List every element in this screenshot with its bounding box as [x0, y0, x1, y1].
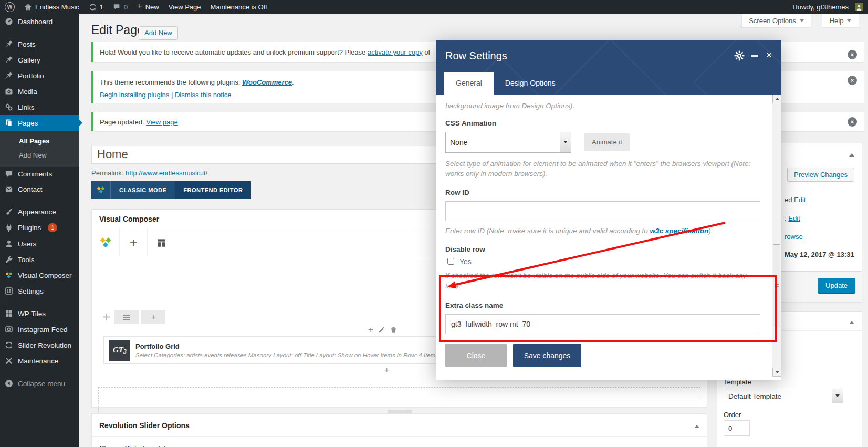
scrollbar-thumb[interactable] [773, 244, 780, 327]
dismiss-notice-icon[interactable]: × [848, 76, 857, 85]
sidebar-item-dashboard[interactable]: Dashboard [0, 14, 79, 29]
close-icon[interactable]: × [766, 49, 772, 61]
dismiss-notice-icon[interactable]: × [848, 50, 857, 59]
sidebar-item-visual-composer[interactable]: Visual Composer [0, 267, 79, 283]
sidebar-item-wp-tiles[interactable]: WP Tiles [0, 306, 79, 321]
sidebar-item-instagram-feed[interactable]: Instagram Feed [0, 321, 79, 337]
frontend-editor-button[interactable]: FRONTEND EDITOR [175, 181, 251, 199]
new-content-menu[interactable]: + New [132, 0, 163, 14]
order-input[interactable] [724, 420, 750, 436]
help-tab[interactable]: Help [822, 14, 859, 28]
rso-header[interactable]: Revolution Slider Options [92, 414, 707, 437]
template-select[interactable]: Default Template [724, 389, 843, 403]
maintenance-status-link[interactable]: Maintenance is Off [206, 0, 272, 14]
tab-general[interactable]: General [444, 72, 494, 95]
sidebar-item-label: Pages [18, 119, 38, 127]
add-new-button[interactable]: Add New [139, 26, 178, 40]
modal-body: background image from Design Options). C… [436, 95, 781, 336]
sidebar-item-users[interactable]: Users [0, 236, 79, 252]
extra-class-input[interactable] [445, 314, 760, 334]
dismiss-this-notice-link[interactable]: Dismiss this notice [175, 91, 232, 99]
drag-handle-icon[interactable] [102, 313, 110, 321]
activate-your-copy-link[interactable]: activate your copy [368, 48, 423, 56]
sidebar-item-slider-revolution[interactable]: Slider Revolution [0, 337, 79, 353]
browse-revisions-link[interactable]: rowse [785, 233, 803, 241]
collapse-panel-icon[interactable] [849, 318, 854, 324]
sidebar-item-tools[interactable]: Tools [0, 252, 79, 267]
tab-design-options[interactable]: Design Options [494, 72, 567, 95]
submenu-add-new[interactable]: Add New [0, 148, 79, 162]
notice-text: Page updated. View page [100, 118, 178, 126]
close-button[interactable]: Close [445, 344, 507, 367]
sidebar-item-label: Media [18, 88, 37, 96]
sidebar-item-contact[interactable]: Contact [0, 182, 79, 197]
view-page-link[interactable]: View page [146, 118, 177, 126]
vc-logo-button[interactable] [92, 228, 120, 257]
comments-link[interactable]: 0 [108, 0, 132, 14]
save-changes-button[interactable]: Save changes [513, 344, 581, 367]
sidebar-item-comments[interactable]: Comments [0, 167, 79, 182]
update-count: 1 [100, 3, 103, 11]
view-page-link[interactable]: View Page [164, 0, 206, 14]
sidebar-item-label: Comments [18, 170, 52, 178]
chevron-down-icon [847, 19, 851, 24]
scroll-down-button[interactable] [772, 368, 781, 377]
envelope-icon [5, 185, 13, 193]
sidebar-item-appearance[interactable]: Appearance [0, 204, 79, 220]
vc-add-row-tab[interactable]: + [141, 310, 165, 324]
sidebar-item-media[interactable]: Media [0, 84, 79, 99]
minimize-icon[interactable] [751, 55, 758, 57]
vc-row-layout-tab[interactable] [114, 310, 139, 324]
collapse-menu-button[interactable]: Collapse menu [0, 376, 79, 391]
disable-row-checkbox-label: Yes [459, 257, 472, 266]
collapse-panel-icon[interactable] [849, 151, 854, 157]
wordpress-logo-menu[interactable]: W [0, 0, 19, 14]
add-icon[interactable]: + [368, 325, 373, 335]
sidebar-item-pages[interactable]: Pages [0, 115, 79, 131]
submenu-all-pages[interactable]: All Pages [0, 134, 79, 148]
page-title: Edit Page [91, 23, 144, 37]
sidebar-item-posts[interactable]: Posts [0, 36, 79, 52]
scroll-up-button[interactable] [772, 95, 781, 103]
sidebar-item-maintenance[interactable]: Maintenance [0, 353, 79, 369]
sidebar-item-label: Users [18, 240, 36, 248]
update-button[interactable]: Update [818, 278, 855, 293]
view-page-label: View Page [169, 3, 201, 11]
classic-mode-button[interactable]: CLASSIC MODE [110, 181, 175, 199]
disable-row-checkbox[interactable] [447, 258, 454, 265]
grid-icon [5, 309, 13, 318]
woocommerce-link[interactable]: WooCommerce [242, 78, 292, 86]
vc-add-element-button[interactable]: + [120, 228, 148, 257]
updates-link[interactable]: 1 [84, 0, 108, 14]
account-menu[interactable]: Howdy, gt3themes [788, 3, 868, 11]
site-name-link[interactable]: Endless Music [19, 0, 84, 14]
gear-icon[interactable] [734, 50, 745, 63]
trash-icon[interactable] [390, 326, 397, 334]
screen-options-tab[interactable]: Screen Options [741, 14, 811, 28]
sidebar-item-portfolio[interactable]: Portfolio [0, 68, 79, 84]
permalink-link[interactable]: http://www.endlessmusic.it/ [126, 169, 207, 177]
css-animation-select[interactable]: None [445, 132, 571, 153]
sidebar-item-links[interactable]: Links [0, 99, 79, 115]
dismiss-notice-icon[interactable]: × [848, 117, 857, 127]
vc-element-settings-summary: Select Categories: artists events releas… [135, 352, 464, 358]
animate-it-button[interactable]: Animate it [584, 133, 630, 151]
begin-installing-plugins-link[interactable]: Begin installing plugins [100, 91, 169, 99]
sidebar-item-gallery[interactable]: Gallery [0, 52, 79, 68]
sidebar-item-label: Tools [18, 256, 35, 264]
sidebar-item-label: Gallery [18, 56, 40, 64]
sidebar-item-label: Visual Composer [18, 272, 72, 279]
pencil-icon[interactable] [378, 326, 385, 334]
sidebar-item-settings[interactable]: Settings [0, 283, 79, 299]
sidebar-item-plugins[interactable]: Plugins 1 [0, 220, 79, 236]
collapse-panel-icon[interactable] [694, 422, 699, 428]
row-id-input[interactable] [445, 201, 760, 221]
edit-status-link[interactable]: Edit [794, 196, 806, 204]
w3c-specification-link[interactable]: w3c specification [650, 227, 708, 235]
modal-scrollbar[interactable] [772, 95, 781, 377]
edit-visibility-link[interactable]: Edit [788, 214, 800, 222]
preview-changes-button[interactable]: Preview Changes [787, 168, 854, 182]
vc-templates-button[interactable] [148, 228, 175, 257]
vc-append-element-button[interactable]: + [384, 365, 390, 376]
modal-title: Row Settings [445, 40, 507, 71]
